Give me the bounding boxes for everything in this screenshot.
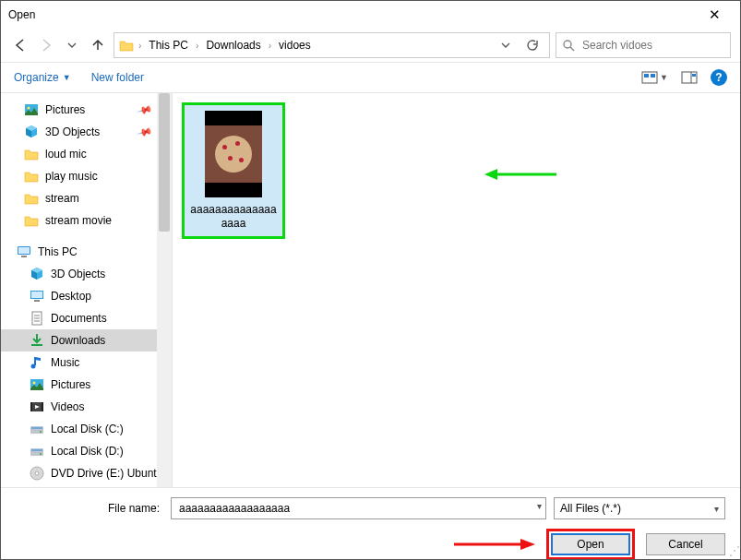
tree-item[interactable]: Desktop <box>1 285 172 307</box>
svg-marker-36 <box>484 169 497 180</box>
refresh-icon <box>525 39 538 52</box>
svg-rect-12 <box>21 256 27 257</box>
svg-point-32 <box>40 453 42 455</box>
chevron-right-icon: › <box>138 41 141 51</box>
preview-pane-button[interactable] <box>681 71 698 84</box>
back-button[interactable] <box>10 35 30 55</box>
dvd-icon <box>29 465 45 482</box>
tree-item[interactable]: Downloads <box>1 329 172 351</box>
svg-point-34 <box>35 471 39 475</box>
tree-item[interactable]: stream <box>1 187 172 209</box>
tree-item[interactable]: Pictures📌 <box>1 99 172 121</box>
view-mode-button[interactable]: ▼ <box>641 71 668 84</box>
arrow-up-icon <box>90 38 105 53</box>
svg-rect-7 <box>692 74 696 77</box>
cancel-button[interactable]: Cancel <box>646 533 725 555</box>
music-icon <box>29 354 45 371</box>
up-button[interactable] <box>88 35 108 55</box>
search-icon <box>562 39 575 52</box>
svg-rect-3 <box>644 74 649 77</box>
svg-line-1 <box>570 47 574 51</box>
3d-icon <box>23 124 40 140</box>
svg-marker-38 <box>520 539 535 550</box>
resize-grip-icon[interactable]: ⋰ <box>729 544 738 557</box>
tree-item[interactable]: play music <box>1 165 172 187</box>
open-button[interactable]: Open <box>551 533 630 555</box>
svg-rect-31 <box>31 449 42 451</box>
thumbnails-icon <box>641 71 658 84</box>
address-dropdown[interactable] <box>501 41 521 50</box>
navigation-tree[interactable]: Pictures📌3D Objects📌loud micplay musicst… <box>1 93 173 487</box>
tree-label: Pictures <box>51 378 90 391</box>
refresh-button[interactable] <box>525 39 545 52</box>
tree-item[interactable]: 3D Objects <box>1 263 172 285</box>
preview-pane-icon <box>681 71 698 84</box>
file-name-caption: File name: <box>16 502 163 515</box>
file-name-input[interactable] <box>177 498 540 518</box>
annotation-arrow-red <box>452 535 535 554</box>
search-box[interactable] <box>556 32 731 58</box>
tree-item[interactable]: DVD Drive (E:) Ubuntu <box>1 462 172 484</box>
chevron-down-icon <box>501 41 510 50</box>
svg-rect-28 <box>31 427 42 429</box>
tree-item[interactable]: Local Disk (C:) <box>1 418 172 440</box>
tree-item[interactable]: Pictures <box>1 374 172 396</box>
file-thumbnail <box>205 111 262 197</box>
chevron-right-icon: › <box>269 41 271 51</box>
folder-icon <box>118 37 135 54</box>
tree-this-pc[interactable]: This PC <box>1 241 172 263</box>
recent-locations-button[interactable] <box>62 35 82 55</box>
svg-rect-4 <box>651 74 655 77</box>
tree-item[interactable]: Videos <box>1 396 172 418</box>
window-close-button[interactable]: ✕ <box>696 6 733 23</box>
organize-label: Organize <box>14 71 59 84</box>
3d-icon <box>29 266 45 282</box>
folder-icon <box>23 212 40 229</box>
folder-icon <box>23 190 40 207</box>
address-bar[interactable]: › This PC › Downloads › vidoes <box>114 32 550 58</box>
tree-item[interactable]: Music <box>1 351 172 374</box>
breadcrumb-current[interactable]: vidoes <box>275 37 315 54</box>
tree-label: 3D Objects <box>45 125 100 138</box>
tree-item[interactable]: 3D Objects📌 <box>1 121 172 143</box>
breadcrumb-downloads[interactable]: Downloads <box>202 37 264 54</box>
svg-rect-26 <box>42 402 43 411</box>
videos-icon <box>29 399 45 415</box>
chevron-down-icon[interactable]: ▾ <box>537 501 542 511</box>
annotation-highlight-open: Open <box>546 529 635 560</box>
tree-label: stream movie <box>45 214 112 227</box>
help-button[interactable]: ? <box>711 69 727 86</box>
forward-button[interactable] <box>36 35 56 55</box>
file-item-selected[interactable]: aaaaaaaaaaaaaaaaaa <box>182 102 285 239</box>
pin-icon: 📌 <box>137 124 154 140</box>
svg-point-23 <box>33 382 36 385</box>
search-input[interactable] <box>580 38 724 53</box>
documents-icon <box>29 310 45 327</box>
breadcrumb-this-pc[interactable]: This PC <box>145 37 192 54</box>
file-name-combobox[interactable]: ▾ <box>171 497 546 519</box>
folder-icon <box>23 168 40 185</box>
svg-point-21 <box>31 364 36 369</box>
file-type-filter[interactable]: All Files (*.*) ▾ <box>554 497 725 519</box>
tree-label: loud mic <box>45 148 87 161</box>
svg-point-29 <box>40 431 42 433</box>
arrow-right-icon <box>39 38 54 53</box>
chevron-down-icon: ▼ <box>63 73 71 82</box>
new-folder-button[interactable]: New folder <box>91 71 144 84</box>
filter-label: All Files (*.*) <box>560 502 621 515</box>
file-list-pane[interactable]: aaaaaaaaaaaaaaaaaa <box>173 93 740 487</box>
organize-menu[interactable]: Organize ▼ <box>14 71 71 84</box>
pictures-icon <box>23 101 40 118</box>
svg-rect-20 <box>31 344 42 346</box>
tree-item[interactable]: stream movie <box>1 209 172 232</box>
tree-label: Pictures <box>45 103 85 116</box>
file-name-label: aaaaaaaaaaaaaaaaaa <box>190 203 277 231</box>
tree-item[interactable]: loud mic <box>1 143 172 165</box>
tree-label: Documents <box>51 312 107 325</box>
dialog-footer: File name: ▾ All Files (*.*) ▾ Open Canc… <box>1 487 740 559</box>
svg-rect-25 <box>30 402 32 411</box>
tree-scrollbar[interactable] <box>157 93 172 487</box>
window-title: Open <box>8 8 696 21</box>
tree-item[interactable]: Local Disk (D:) <box>1 440 172 462</box>
tree-item[interactable]: Documents <box>1 307 172 329</box>
